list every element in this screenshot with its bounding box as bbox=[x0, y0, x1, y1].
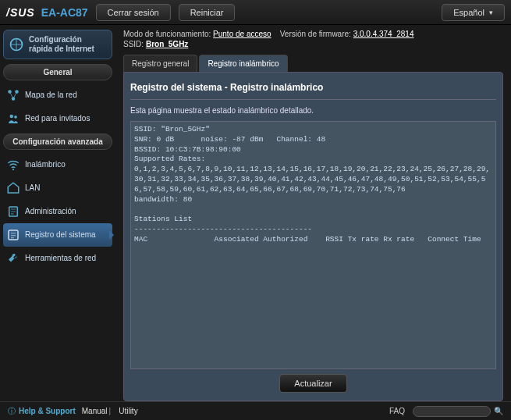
tabs: Registro general Registro inalámbrico bbox=[123, 55, 503, 72]
ssid-value: Bron_5GHz bbox=[146, 40, 188, 48]
panel-title: Registro del sistema - Registro inalámbr… bbox=[130, 79, 496, 100]
sidebar-item-guest-network[interactable]: Red para invitados bbox=[3, 107, 112, 130]
admin-icon bbox=[6, 205, 20, 219]
sidebar-item-wireless[interactable]: Inalámbrico bbox=[3, 153, 112, 176]
sidebar-item-label: Herramientas de red bbox=[25, 254, 96, 263]
sidebar-item-label: LAN bbox=[25, 183, 40, 193]
qis-button[interactable]: Configuración rápida de Internet bbox=[3, 30, 112, 59]
tab-general-log[interactable]: Registro general bbox=[123, 55, 197, 72]
help-support-label: Help & Support bbox=[19, 407, 76, 415]
svg-point-6 bbox=[12, 169, 14, 170]
info-row-2: SSID: Bron_5GHz bbox=[123, 40, 503, 48]
footer: ⓘ Help & Support Manual | Utility FAQ 🔍 bbox=[0, 401, 511, 420]
reboot-button[interactable]: Reiniciar bbox=[179, 4, 236, 21]
operation-mode-link[interactable]: Punto de acceso bbox=[213, 30, 271, 38]
svg-rect-8 bbox=[9, 230, 18, 240]
main-content: Modo de funcionamiento: Punto de acceso … bbox=[115, 25, 511, 401]
logout-button[interactable]: Cerrar sesión bbox=[96, 4, 171, 21]
model-name: EA-AC87 bbox=[41, 6, 88, 19]
network-map-icon bbox=[6, 88, 20, 102]
brand-logo: /SUS bbox=[6, 6, 35, 19]
sidebar-item-label: Registro del sistema bbox=[25, 230, 96, 240]
search-icon[interactable]: 🔍 bbox=[494, 407, 503, 415]
wireless-icon bbox=[6, 158, 20, 172]
svg-point-5 bbox=[14, 116, 17, 119]
sidebar-item-network-tools[interactable]: Herramientas de red bbox=[3, 247, 112, 270]
sidebar-item-administration[interactable]: Administración bbox=[3, 200, 112, 223]
qis-label: Configuración rápida de Internet bbox=[29, 35, 107, 54]
sidebar: Configuración rápida de Internet General… bbox=[0, 25, 115, 401]
globe-arrow-icon bbox=[9, 37, 24, 52]
info-row-1: Modo de funcionamiento: Punto de acceso … bbox=[123, 30, 503, 38]
manual-link[interactable]: Manual bbox=[82, 407, 108, 415]
sidebar-header-advanced: Configuración avanzada bbox=[3, 133, 112, 150]
header: /SUS EA-AC87 Cerrar sesión Reiniciar Esp… bbox=[0, 0, 511, 25]
faq-link[interactable]: FAQ bbox=[389, 407, 405, 415]
language-dropdown[interactable]: Español bbox=[442, 4, 505, 21]
sidebar-item-lan[interactable]: LAN bbox=[3, 176, 112, 200]
utility-link[interactable]: Utility bbox=[119, 407, 137, 415]
sidebar-item-network-map[interactable]: Mapa de la red bbox=[3, 84, 112, 107]
sidebar-item-label: Mapa de la red bbox=[25, 91, 77, 100]
info-icon: ⓘ bbox=[8, 406, 16, 417]
panel-description: Esta página muestra el estado inalámbric… bbox=[130, 106, 496, 115]
wireless-log-textarea[interactable]: SSID: "Bron_5GHz" SNR: 0 dB noise: -87 d… bbox=[130, 121, 496, 369]
sidebar-item-label: Administración bbox=[25, 207, 76, 216]
tab-wireless-log[interactable]: Registro inalámbrico bbox=[199, 55, 287, 72]
firmware-link[interactable]: 3.0.0.4.374_2814 bbox=[353, 30, 414, 38]
log-icon bbox=[6, 228, 20, 242]
lan-icon bbox=[6, 181, 20, 195]
sidebar-item-label: Red para invitados bbox=[25, 114, 90, 123]
sidebar-item-system-log[interactable]: Registro del sistema bbox=[3, 223, 112, 247]
tools-icon bbox=[6, 251, 20, 265]
search-input[interactable] bbox=[413, 406, 491, 417]
sidebar-header-general: General bbox=[3, 64, 112, 80]
svg-point-4 bbox=[10, 115, 14, 119]
sidebar-item-label: Inalámbrico bbox=[25, 160, 66, 169]
guest-icon bbox=[6, 112, 20, 126]
panel: Registro del sistema - Registro inalámbr… bbox=[123, 72, 503, 401]
refresh-button[interactable]: Actualizar bbox=[279, 374, 346, 393]
